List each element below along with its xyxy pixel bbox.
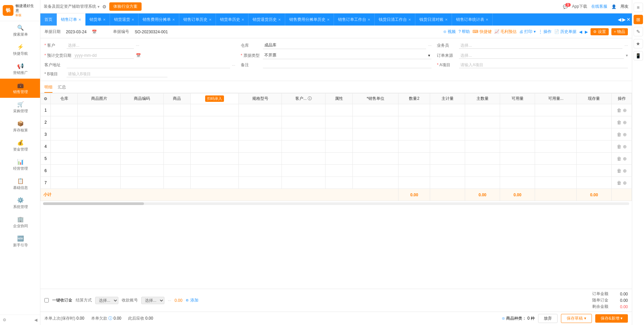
row-main-unit[interactable] <box>430 128 465 140</box>
row-current-stock[interactable] <box>576 104 611 116</box>
row-barcode[interactable] <box>191 177 239 189</box>
col-product-code[interactable]: 商品编码 <box>121 93 164 104</box>
setup-button[interactable]: ⚙ 设置 <box>591 28 608 35</box>
discard-button[interactable]: 放弃 <box>538 314 558 323</box>
settings-gear-icon[interactable]: ⚙ <box>102 4 107 9</box>
row-sales-unit[interactable] <box>352 177 399 189</box>
profit-link[interactable]: 📈 毛利预估 <box>494 29 517 35</box>
row-main-qty[interactable] <box>465 140 500 153</box>
row-spec-model[interactable] <box>239 116 282 128</box>
row-product-code[interactable] <box>121 165 164 177</box>
row-available-more[interactable] <box>535 153 577 165</box>
row-current-stock[interactable] <box>576 128 611 140</box>
tab-next-button[interactable]: ▶ <box>622 17 626 22</box>
tab-summary[interactable]: 汇总 <box>58 83 66 93</box>
row-main-qty[interactable] <box>465 165 500 177</box>
row-main-qty[interactable] <box>465 128 500 140</box>
row-product-code[interactable] <box>121 140 164 153</box>
tab-sales-order-stats[interactable]: 销售订单统计表 ✕ <box>452 13 493 26</box>
tab-close-icon[interactable]: ✕ <box>172 18 175 22</box>
row-sales-unit[interactable] <box>352 153 399 165</box>
add-payment-link[interactable]: ⊕ 添加 <box>186 297 198 303</box>
row-warehouse[interactable] <box>51 165 78 177</box>
row-qty2[interactable] <box>399 116 430 128</box>
collection-more-icon[interactable]: ··· <box>168 298 171 303</box>
row-delete-button[interactable]: 🗑 <box>617 120 621 125</box>
row-available[interactable] <box>500 128 535 140</box>
col-product[interactable]: 商品 <box>163 93 190 104</box>
row-available[interactable] <box>500 177 535 189</box>
tab-sales-goods-history[interactable]: 销货单历史 ✕ <box>216 13 249 26</box>
col-barcode[interactable]: 扫码录入 <box>191 93 239 104</box>
sidebar-settings-icon[interactable]: ⚙ <box>3 318 6 322</box>
row-current-stock[interactable] <box>576 140 611 153</box>
row-attributes[interactable] <box>326 165 352 177</box>
tab-sales-fee-history[interactable]: 销售费用分摊单历史 ✕ <box>285 13 334 26</box>
col-spec-model[interactable]: 规格型号 <box>239 93 282 104</box>
row-main-unit[interactable] <box>430 104 465 116</box>
sidebar-item-enterprise[interactable]: 🏢 企业协同 <box>0 213 40 232</box>
row-available[interactable] <box>500 140 535 153</box>
tab-close-icon[interactable]: ✕ <box>241 18 244 22</box>
message-icon[interactable]: 💬 9 <box>563 4 568 9</box>
row-product-code[interactable] <box>121 128 164 140</box>
row-product-code[interactable] <box>121 104 164 116</box>
dropdown-arrow-icon[interactable]: ▾ <box>98 4 100 9</box>
username[interactable]: 用友 <box>620 4 629 9</box>
row-qty2[interactable] <box>399 128 430 140</box>
add-goods-button[interactable]: + 物品 <box>611 28 628 35</box>
row-customer-info[interactable] <box>282 104 326 116</box>
row-qty2[interactable] <box>399 177 430 189</box>
row-available-more[interactable] <box>535 140 577 153</box>
history-link[interactable]: 📄 历史单据 <box>554 29 576 35</box>
row-main-unit[interactable] <box>430 165 465 177</box>
row-customer-info[interactable] <box>282 177 326 189</box>
col-qty2[interactable]: 数量2 <box>399 93 430 104</box>
row-current-stock[interactable] <box>576 177 611 189</box>
warehouse-more-icon[interactable]: ··· <box>428 43 431 48</box>
salesperson-input[interactable] <box>459 42 622 49</box>
row-available-more[interactable] <box>535 165 577 177</box>
row-delete-button[interactable]: 🗑 <box>617 156 621 161</box>
shortcut-link[interactable]: ⌨ 快捷键 <box>472 29 491 35</box>
row-current-stock[interactable] <box>576 153 611 165</box>
row-warehouse[interactable] <box>51 140 78 153</box>
row-barcode[interactable] <box>191 104 239 116</box>
row-copy-button[interactable]: ⊕ <box>623 168 627 173</box>
row-barcode[interactable] <box>191 153 239 165</box>
tab-close-icon[interactable]: ✕ <box>327 18 330 22</box>
tab-cash-daily-workbench[interactable]: 钱货日清工作台 ✕ <box>375 13 415 26</box>
sidebar-item-basic[interactable]: 📋 基础信息 <box>0 174 40 194</box>
row-qty2[interactable] <box>399 140 430 153</box>
row-qty2[interactable] <box>399 104 430 116</box>
right-panel-btn-2[interactable]: ⊞ <box>634 15 643 24</box>
row-spec-model[interactable] <box>239 128 282 140</box>
row-spec-model[interactable] <box>239 153 282 165</box>
payment-method-select[interactable]: 选择... <box>95 297 118 304</box>
row-available[interactable] <box>500 116 535 128</box>
view-link[interactable]: ⊙ 视频 <box>443 29 456 35</box>
row-delete-button[interactable]: 🗑 <box>617 132 621 137</box>
salesperson-more-icon[interactable]: ··· <box>624 43 628 48</box>
sidebar-item-operation[interactable]: 📊 经营管理 <box>0 155 40 174</box>
row-sales-unit[interactable] <box>352 128 399 140</box>
tab-prev-button[interactable]: ◀ <box>618 17 621 22</box>
row-delete-button[interactable]: 🗑 <box>617 168 621 173</box>
row-product[interactable] <box>163 140 190 153</box>
sidebar-item-system[interactable]: ⚙️ 系统管理 <box>0 194 40 213</box>
sidebar-item-finance[interactable]: 💰 资金管理 <box>0 136 40 155</box>
customer-address-input[interactable] <box>67 62 230 68</box>
row-main-qty[interactable] <box>465 104 500 116</box>
row-available-more[interactable] <box>535 104 577 116</box>
row-available[interactable] <box>500 153 535 165</box>
tab-close-icon[interactable]: ✕ <box>445 18 448 22</box>
row-barcode[interactable] <box>191 116 239 128</box>
row-available[interactable] <box>500 104 535 116</box>
tab-close-icon[interactable]: ✕ <box>103 18 106 22</box>
col-current-stock[interactable]: 现存量 <box>576 93 611 104</box>
row-available-more[interactable] <box>535 116 577 128</box>
row-spec-model[interactable] <box>239 177 282 189</box>
delivery-date-input[interactable] <box>73 52 134 59</box>
nav-left-icon[interactable]: ◀ <box>579 30 582 34</box>
row-attributes[interactable] <box>326 116 352 128</box>
